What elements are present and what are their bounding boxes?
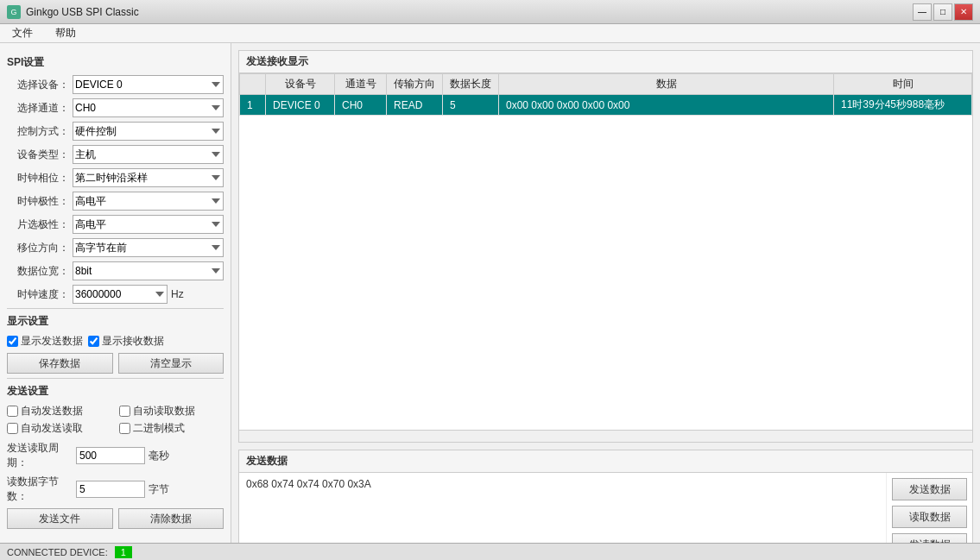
spi-settings-title: SPI设置 xyxy=(7,55,224,70)
table-wrapper[interactable]: 设备号 通道号 传输方向 数据长度 数据 时间 1DEVICE 0CH0READ… xyxy=(239,73,972,430)
binary-mode-label[interactable]: 二进制模式 xyxy=(119,421,224,436)
chip-select-row: 片选极性： 低电平 高电平 xyxy=(7,215,224,234)
display-area-title: 发送接收显示 xyxy=(239,51,972,73)
table-cell-0: 1 xyxy=(240,95,266,116)
data-bits-row: 数据位宽： 8bit 16bit xyxy=(7,261,224,280)
window-title: Ginkgo USB SPI Classic xyxy=(26,6,913,18)
device-select[interactable]: DEVICE 0 xyxy=(73,75,224,94)
read-data-button[interactable]: 读取数据 xyxy=(892,506,967,528)
th-length: 数据长度 xyxy=(443,74,499,95)
menu-bar: 文件 帮助 xyxy=(0,24,980,43)
period-label: 发送读取周期： xyxy=(7,441,76,470)
read-bytes-unit: 字节 xyxy=(149,482,169,497)
table-cell-5: 0x00 0x00 0x00 0x00 0x00 xyxy=(499,95,834,116)
divider-1 xyxy=(7,308,224,309)
send-data-area: 发送数据 0x68 0x74 0x74 0x70 0x3A 发送数据 读取数据 … xyxy=(238,450,973,553)
restore-button[interactable]: □ xyxy=(933,3,952,21)
th-num xyxy=(240,74,266,95)
data-bits-label: 数据位宽： xyxy=(7,264,69,279)
table-cell-1: DEVICE 0 xyxy=(266,95,335,116)
table-cell-2: CH0 xyxy=(335,95,387,116)
th-channel: 通道号 xyxy=(335,74,387,95)
shift-dir-label: 移位方向： xyxy=(7,241,69,255)
period-input[interactable] xyxy=(76,447,145,464)
auto-send-checkbox[interactable] xyxy=(7,406,18,417)
close-button[interactable]: ✕ xyxy=(954,3,973,21)
read-bytes-input[interactable] xyxy=(76,481,145,498)
binary-mode-checkbox[interactable] xyxy=(119,423,130,434)
channel-select[interactable]: CH0 CH1 CH2 CH3 xyxy=(73,98,224,117)
hz-label: Hz xyxy=(171,288,184,300)
read-bytes-label: 读数据字节数： xyxy=(7,475,76,504)
auto-send-read-checkbox[interactable] xyxy=(7,423,18,434)
device-type-row: 设备类型： 主机 从机 xyxy=(7,145,224,164)
show-recv-label: 显示接收数据 xyxy=(102,334,164,349)
control-row: 控制方式： 硬件控制 软件控制 xyxy=(7,122,224,141)
shift-dir-select[interactable]: 高字节在前 低字节在前 xyxy=(73,238,224,257)
auto-read-label[interactable]: 自动读取数据 xyxy=(119,404,224,418)
clear-display-button[interactable]: 清空显示 xyxy=(118,353,224,374)
send-settings-title: 发送设置 xyxy=(7,384,224,399)
device-type-select[interactable]: 主机 从机 xyxy=(73,145,224,164)
clock-polarity-select[interactable]: 低电平 高电平 xyxy=(73,192,224,211)
status-bar: CONNECTED DEVICE: 1 xyxy=(0,543,980,560)
channel-row: 选择通道： CH0 CH1 CH2 CH3 xyxy=(7,98,224,117)
send-data-button[interactable]: 发送数据 xyxy=(892,478,967,500)
clock-phase-label: 时钟相位： xyxy=(7,171,69,186)
show-recv-checkbox[interactable] xyxy=(88,336,99,347)
device-label: 选择设备： xyxy=(7,78,69,92)
clock-polarity-row: 时钟极性： 低电平 高电平 xyxy=(7,192,224,211)
clear-data-button[interactable]: 清除数据 xyxy=(118,508,224,529)
period-unit: 毫秒 xyxy=(149,449,169,463)
table-cell-6: 11时39分45秒988毫秒 xyxy=(834,95,972,116)
control-label: 控制方式： xyxy=(7,124,69,139)
shift-dir-row: 移位方向： 高字节在前 低字节在前 xyxy=(7,238,224,257)
table-cell-4: 5 xyxy=(443,95,499,116)
clock-polarity-label: 时钟极性： xyxy=(7,194,69,209)
chip-select-select[interactable]: 低电平 高电平 xyxy=(73,215,224,234)
show-send-checkbox[interactable] xyxy=(7,336,18,347)
control-select[interactable]: 硬件控制 软件控制 xyxy=(73,122,224,141)
clock-speed-label: 时钟速度： xyxy=(7,287,69,302)
th-time: 时间 xyxy=(834,74,972,95)
send-file-btns: 发送文件 清除数据 xyxy=(7,508,224,529)
device-type-label: 设备类型： xyxy=(7,148,69,162)
table-row[interactable]: 1DEVICE 0CH0READ50x00 0x00 0x00 0x00 0x0… xyxy=(240,95,972,116)
auto-send-read-label[interactable]: 自动发送读取 xyxy=(7,421,112,436)
app-icon: G xyxy=(7,5,21,19)
status-label: CONNECTED DEVICE: xyxy=(7,547,108,557)
minimize-button[interactable]: — xyxy=(913,3,932,21)
auto-send-label[interactable]: 自动发送数据 xyxy=(7,404,112,418)
display-settings-title: 显示设置 xyxy=(7,314,224,329)
horizontal-scrollbar[interactable] xyxy=(239,430,972,442)
clock-phase-row: 时钟相位： 第一时钟沿采样 第二时钟沿采样 xyxy=(7,168,224,187)
display-area: 发送接收显示 设备号 通道号 传输方向 数据长度 数据 时间 xyxy=(238,50,973,443)
main-layout: SPI设置 选择设备： DEVICE 0 选择通道： CH0 CH1 CH2 C… xyxy=(0,43,980,560)
title-bar: G Ginkgo USB SPI Classic — □ ✕ xyxy=(0,0,980,24)
clock-speed-select[interactable]: 36000000 18000000 9000000 xyxy=(73,285,168,304)
window-controls: — □ ✕ xyxy=(913,3,973,21)
data-bits-select[interactable]: 8bit 16bit xyxy=(73,261,224,280)
checkbox-row-display: 显示发送数据 显示接收数据 xyxy=(7,334,224,349)
th-direction: 传输方向 xyxy=(387,74,443,95)
read-bytes-row: 读数据字节数： 字节 xyxy=(7,475,224,504)
display-action-btns: 保存数据 清空显示 xyxy=(7,353,224,374)
connected-device-count: 1 xyxy=(115,546,132,558)
show-send-label: 显示发送数据 xyxy=(21,334,83,349)
show-send-checkbox-label[interactable]: 显示发送数据 xyxy=(7,334,83,349)
clock-phase-select[interactable]: 第一时钟沿采样 第二时钟沿采样 xyxy=(73,168,224,187)
divider-2 xyxy=(7,378,224,379)
clock-speed-row: 时钟速度： 36000000 18000000 9000000 Hz xyxy=(7,285,224,304)
save-data-button[interactable]: 保存数据 xyxy=(7,353,113,374)
th-device: 设备号 xyxy=(266,74,335,95)
left-panel: SPI设置 选择设备： DEVICE 0 选择通道： CH0 CH1 CH2 C… xyxy=(0,43,231,560)
menu-help[interactable]: 帮助 xyxy=(48,24,83,42)
send-file-button[interactable]: 发送文件 xyxy=(7,508,113,529)
send-checkbox-grid: 自动发送数据 自动读取数据 自动发送读取 二进制模式 xyxy=(7,404,224,436)
right-panel: 发送接收显示 设备号 通道号 传输方向 数据长度 数据 时间 xyxy=(231,43,980,560)
auto-read-checkbox[interactable] xyxy=(119,406,130,417)
show-recv-checkbox-label[interactable]: 显示接收数据 xyxy=(88,334,164,349)
table-cell-3: READ xyxy=(387,95,443,116)
send-data-title: 发送数据 xyxy=(239,450,972,473)
menu-file[interactable]: 文件 xyxy=(5,24,40,42)
